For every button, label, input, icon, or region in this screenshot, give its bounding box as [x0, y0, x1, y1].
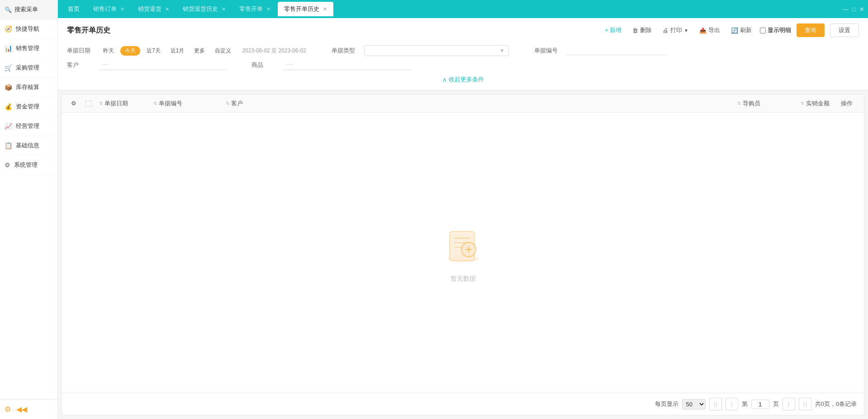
sort-icon-date: ⇅ — [99, 101, 103, 106]
page-label-pre: 第 — [742, 400, 748, 408]
th-num[interactable]: ⇅ 单据编号 — [150, 99, 222, 108]
date-btn-1month[interactable]: 近1月 — [167, 46, 188, 56]
date-btn-custom[interactable]: 自定义 — [211, 46, 235, 56]
first-page-button[interactable]: ⟨⟨ — [709, 398, 722, 410]
th-settings[interactable]: ⚙ — [66, 100, 82, 107]
settings-button[interactable]: 设置 — [830, 24, 859, 37]
delete-button[interactable]: 🗑 删除 — [630, 24, 655, 36]
sidebar-item-label: 采购管理 — [16, 64, 39, 72]
sidebar-item-sales-mgmt[interactable]: 📊 销售管理 — [0, 39, 57, 58]
th-date[interactable]: ⇅ 单据日期 — [95, 99, 150, 108]
system-mgmt-icon: ⚙ — [5, 161, 10, 169]
num-filter-input[interactable] — [567, 46, 666, 55]
sales-mgmt-icon: 📊 — [5, 45, 12, 52]
customer-filter-input[interactable]: ··· — [100, 60, 226, 70]
sort-icon-guide: ⇅ — [737, 101, 741, 106]
tab-sales-order[interactable]: 销售订单 ✕ — [87, 2, 131, 16]
bottom-settings-icon[interactable]: ⚙ — [5, 405, 11, 414]
tab-sales-return-history-close[interactable]: ✕ — [222, 7, 226, 12]
refresh-label: 刷新 — [740, 26, 752, 34]
tab-sales-order-label: 销售订单 — [93, 5, 117, 13]
th-guide[interactable]: ⇅ 导购员 — [734, 99, 779, 108]
collapse-filter-btn[interactable]: ∧ 收起更多条件 — [67, 74, 859, 85]
page-title: 零售开单历史 — [67, 26, 110, 35]
date-btn-more[interactable]: 更多 — [190, 46, 209, 56]
filter-row-customer: 客户 ··· 商品 ··· — [67, 60, 859, 70]
tab-sales-return[interactable]: 销货退货 ✕ — [132, 2, 175, 16]
content-area: 零售开单历史 + 新增 🗑 删除 🖨 打印 ▼ 📤 导出 — [58, 18, 868, 419]
sidebar-item-inventory[interactable]: 📦 库存核算 — [0, 78, 57, 97]
next-page-button[interactable]: ⟩ — [783, 398, 795, 410]
tab-retail-open-history-close[interactable]: ✕ — [323, 7, 327, 12]
goods-filter-label: 商品 — [251, 61, 277, 69]
close-button[interactable]: ✕ — [859, 6, 864, 13]
sidebar-item-label: 库存核算 — [16, 83, 39, 91]
add-button[interactable]: + 新增 — [602, 24, 624, 36]
num-input-field[interactable] — [569, 47, 664, 54]
date-range-display: 2023-06-02 至 2023-06-02 — [242, 47, 306, 55]
th-amount[interactable]: ⇅ 实销金额 — [779, 99, 833, 108]
sidebar-item-label: 基础信息 — [16, 141, 39, 150]
print-label: 打印 — [670, 26, 682, 34]
sort-icon-customer: ⇅ — [226, 101, 229, 106]
sidebar-item-label: 经营管理 — [16, 122, 39, 130]
column-settings-icon[interactable]: ⚙ — [71, 100, 76, 107]
maximize-button[interactable]: □ — [852, 6, 856, 13]
sort-icon-num: ⇅ — [153, 101, 157, 106]
tab-retail-open-close[interactable]: ✕ — [266, 7, 270, 12]
export-button[interactable]: 📤 导出 — [697, 24, 723, 36]
th-check[interactable] — [82, 100, 95, 107]
sidebar-item-system-mgmt[interactable]: ⚙ 系统管理 — [0, 155, 57, 175]
type-filter-select[interactable]: ▼ — [364, 45, 509, 56]
page-number-input[interactable]: 1 — [751, 400, 769, 409]
th-customer[interactable]: ⇅ 客户 — [222, 99, 734, 108]
print-button[interactable]: 🖨 打印 ▼ — [660, 24, 691, 36]
date-btn-today[interactable]: 今天 — [120, 46, 140, 56]
quick-nav-icon: 🧭 — [5, 25, 12, 33]
delete-label: 删除 — [640, 26, 652, 34]
tab-sales-return-history-label: 销货退货历史 — [183, 5, 218, 13]
sidebar-collapse-icon[interactable]: ◀◀ — [16, 405, 27, 414]
tab-sales-order-close[interactable]: ✕ — [120, 7, 124, 12]
tabs-bar: 首页 销售订单 ✕ 销货退货 ✕ 销货退货历史 ✕ 零售开单 ✕ 零售开单历史 … — [58, 0, 868, 18]
sidebar-item-basic-info[interactable]: 📋 基础信息 — [0, 136, 57, 155]
sidebar-item-operations[interactable]: 📈 经营管理 — [0, 117, 57, 136]
display-toggle[interactable]: 显示明细 — [760, 26, 791, 34]
th-date-label: 单据日期 — [104, 99, 128, 108]
purchase-mgmt-icon: 🛒 — [5, 64, 12, 71]
select-all-checkbox[interactable] — [85, 100, 92, 107]
export-icon: 📤 — [699, 27, 707, 34]
tab-retail-open-history[interactable]: 零售开单历史 ✕ — [278, 2, 333, 16]
pagination: 每页显示 50 20 100 ⟨⟨ ⟨ 第 1 页 ⟩ ⟩⟩ 共0页，0条记录 — [62, 393, 864, 415]
page-header: 零售开单历史 + 新增 🗑 删除 🖨 打印 ▼ 📤 导出 — [58, 18, 868, 90]
tab-sales-return-close[interactable]: ✕ — [165, 7, 169, 12]
per-page-select[interactable]: 50 20 100 — [682, 399, 706, 410]
sidebar-item-quick-nav[interactable]: 🧭 快捷导航 — [0, 19, 57, 39]
prev-page-button[interactable]: ⟨ — [726, 398, 738, 410]
sidebar-item-label: 销售管理 — [16, 44, 39, 52]
minimize-button[interactable]: — — [843, 6, 849, 13]
date-btn-7days[interactable]: 近7天 — [143, 46, 164, 56]
type-filter-label: 单据类型 — [332, 47, 357, 55]
tab-home[interactable]: 首页 — [62, 2, 86, 16]
refresh-icon: 🔄 — [731, 27, 738, 34]
page-title-row: 零售开单历史 + 新增 🗑 删除 🖨 打印 ▼ 📤 导出 — [67, 24, 859, 37]
tab-sales-return-history[interactable]: 销货退货历史 ✕ — [176, 2, 232, 16]
display-toggle-checkbox[interactable] — [760, 28, 766, 33]
refresh-button[interactable]: 🔄 刷新 — [728, 24, 754, 36]
query-button[interactable]: 查询 — [797, 24, 825, 37]
date-btn-yesterday[interactable]: 昨天 — [100, 46, 118, 56]
inventory-icon: 📦 — [5, 84, 12, 91]
goods-filter-input[interactable]: ··· — [284, 60, 411, 70]
date-filters: 昨天 今天 近7天 近1月 更多 自定义 — [100, 46, 235, 56]
tab-retail-open-label: 零售开单 — [239, 5, 263, 13]
sidebar-bottom: ⚙ ◀◀ — [0, 399, 57, 419]
date-filter-label: 单据日期 — [67, 47, 92, 55]
sidebar-search[interactable]: 🔍 搜索采单 — [0, 0, 57, 19]
th-customer-label: 客户 — [231, 99, 243, 108]
last-page-button[interactable]: ⟩⟩ — [799, 398, 811, 410]
sidebar-item-finance[interactable]: 💰 资金管理 — [0, 97, 57, 117]
th-action-label: 操作 — [841, 99, 853, 108]
sidebar-item-purchase-mgmt[interactable]: 🛒 采购管理 — [0, 58, 57, 78]
tab-retail-open[interactable]: 零售开单 ✕ — [233, 2, 277, 16]
